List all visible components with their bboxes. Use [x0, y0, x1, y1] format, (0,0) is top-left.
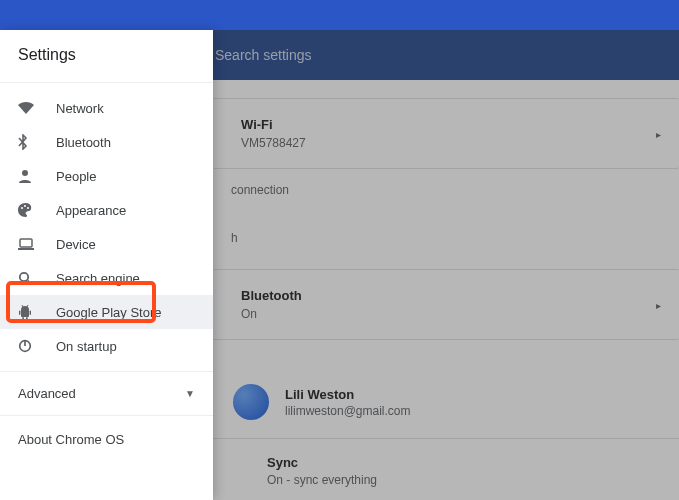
- svg-point-1: [21, 207, 23, 209]
- sidebar-item-bluetooth[interactable]: Bluetooth: [0, 125, 213, 159]
- sidebar-item-network[interactable]: Network: [0, 91, 213, 125]
- sidebar-item-label: On startup: [56, 339, 117, 354]
- palette-icon: [18, 203, 40, 217]
- svg-rect-12: [22, 317, 24, 320]
- wifi-title: Wi-Fi: [241, 117, 659, 132]
- sidebar-item-search-engine[interactable]: Search engine: [0, 261, 213, 295]
- sidebar-item-appearance[interactable]: Appearance: [0, 193, 213, 227]
- sidebar-item-label: Bluetooth: [56, 135, 111, 150]
- bluetooth-row[interactable]: Bluetooth On ▸: [213, 269, 679, 340]
- sync-title: Sync: [267, 455, 659, 470]
- sidebar-advanced[interactable]: Advanced ▼: [0, 371, 213, 415]
- svg-point-6: [20, 273, 28, 281]
- search-icon: [18, 271, 40, 285]
- settings-content: Wi-Fi VM5788427 ▸ connection h Bluetooth…: [213, 80, 679, 500]
- sidebar-nav: Network Bluetooth People Appearance Devi: [0, 83, 213, 371]
- account-name: Lili Weston: [285, 387, 411, 402]
- window-titlebar: [0, 0, 679, 30]
- sidebar-item-on-startup[interactable]: On startup: [0, 329, 213, 363]
- svg-point-3: [27, 207, 29, 209]
- sidebar-about-chrome-os[interactable]: About Chrome OS: [0, 415, 213, 463]
- sync-row[interactable]: Sync On - sync everything: [213, 439, 679, 500]
- laptop-icon: [18, 238, 40, 250]
- bluetooth-title: Bluetooth: [241, 288, 659, 303]
- sidebar-item-label: Appearance: [56, 203, 126, 218]
- bluetooth-status: On: [241, 307, 659, 321]
- android-icon: [18, 305, 40, 320]
- chevron-right-icon: ▸: [656, 299, 661, 310]
- account-email: lilimweston@gmail.com: [285, 404, 411, 418]
- svg-line-7: [28, 281, 32, 285]
- wifi-row[interactable]: Wi-Fi VM5788427 ▸: [213, 98, 679, 169]
- svg-line-9: [27, 305, 28, 307]
- wifi-icon: [18, 102, 40, 114]
- bluetooth-section-hint: h: [213, 203, 679, 251]
- sync-status: On - sync everything: [267, 473, 659, 487]
- sidebar-item-label: Device: [56, 237, 96, 252]
- svg-rect-10: [19, 310, 20, 315]
- sidebar-title: Settings: [0, 30, 213, 83]
- sidebar-item-label: Search engine: [56, 271, 140, 286]
- sidebar-item-google-play-store[interactable]: Google Play Store: [0, 295, 213, 329]
- svg-rect-5: [18, 248, 34, 250]
- sidebar: Settings Network Bluetooth People Appear…: [0, 30, 213, 500]
- sidebar-item-label: Network: [56, 101, 104, 116]
- search-placeholder: Search settings: [215, 47, 312, 63]
- wifi-ssid: VM5788427: [241, 136, 659, 150]
- sidebar-item-label: Google Play Store: [56, 305, 162, 320]
- chevron-down-icon: ▼: [185, 388, 195, 399]
- svg-rect-4: [20, 239, 32, 247]
- chevron-right-icon: ▸: [656, 128, 661, 139]
- svg-line-8: [22, 305, 23, 307]
- power-icon: [18, 339, 40, 353]
- sidebar-item-label: People: [56, 169, 96, 184]
- advanced-label: Advanced: [18, 386, 76, 401]
- add-connection-label: connection: [213, 169, 679, 203]
- account-row[interactable]: Lili Weston lilimweston@gmail.com: [213, 366, 679, 439]
- svg-rect-11: [30, 310, 31, 315]
- avatar: [233, 384, 269, 420]
- about-label: About Chrome OS: [18, 432, 124, 447]
- sidebar-item-people[interactable]: People: [0, 159, 213, 193]
- person-icon: [18, 169, 40, 183]
- bluetooth-icon: [18, 134, 40, 150]
- svg-rect-13: [26, 317, 28, 320]
- svg-point-0: [22, 170, 28, 176]
- sidebar-item-device[interactable]: Device: [0, 227, 213, 261]
- svg-point-2: [24, 205, 26, 207]
